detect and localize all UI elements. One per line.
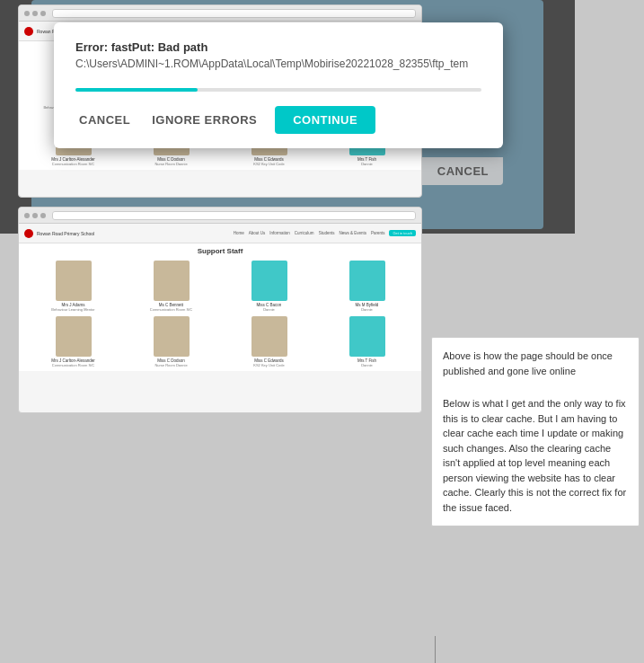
staff-card-b3: Miss C Bacon Dannie xyxy=(222,261,316,312)
nav-b-home: Home xyxy=(234,231,244,235)
staff-grid-row2-bottom: Mrs J Carlton-Alexander Communication Ro… xyxy=(22,316,418,367)
nav-b-info: Information xyxy=(269,231,290,235)
support-staff-title-bottom: Support Staff xyxy=(22,247,418,255)
staff-photo-b6 xyxy=(154,316,190,357)
staff-role-b3: Dannie xyxy=(263,307,275,312)
nav-b-students: Students xyxy=(319,231,335,235)
staff-role-b7: KS2 Key Unit Code xyxy=(253,363,284,367)
staff-role-6: Nurse Room Dannie xyxy=(154,162,187,166)
site-nav-bottom: Home About Us Information Curriculum Stu… xyxy=(234,230,416,236)
staff-role-7: KS2 Key Unit Code xyxy=(253,162,284,166)
progress-fill xyxy=(75,88,198,92)
bottom-cancel-button[interactable]: CANCEL xyxy=(437,164,489,178)
nav-b-curriculum: Curriculum xyxy=(295,231,314,235)
staff-photo-b1 xyxy=(56,261,92,301)
browser-dot-1 xyxy=(24,11,30,16)
description-panel: Above is how the page should be once pub… xyxy=(431,337,640,526)
description-divider xyxy=(443,378,628,396)
site-logo-text-bottom: Rowan Road Primary School xyxy=(37,231,94,236)
browser-toolbar-bottom xyxy=(19,208,421,224)
staff-photo-b8 xyxy=(349,316,385,357)
browser-dot-b3 xyxy=(40,213,46,218)
nav-b-parents: Parents xyxy=(371,231,385,235)
staff-role-5: Communication Room S/C xyxy=(52,162,94,166)
nav-b-cta: Get in touch xyxy=(389,230,416,236)
staff-photo-b5 xyxy=(56,316,92,357)
staff-card-b8: Mrs T Fish Dannie xyxy=(320,316,414,367)
browser-dot-3 xyxy=(40,11,46,16)
staff-role-b6: Nurse Room Dannie xyxy=(154,363,187,367)
browser-screenshot-bottom: Rowan Road Primary School Home About Us … xyxy=(18,207,422,413)
browser-content-bottom: Support Staff Mrs J Adams Behaviour Lear… xyxy=(19,243,421,371)
staff-role-b1: Behaviour Learning Mentor xyxy=(51,307,94,312)
staff-photo-b4 xyxy=(349,261,385,301)
description-paragraph2: Below is what I get and the only way to … xyxy=(443,396,628,515)
dialog-error-title: Error: fastPut: Bad path xyxy=(75,40,481,54)
ignore-errors-button[interactable]: IGNORE ERRORS xyxy=(148,108,260,132)
staff-photo-b7 xyxy=(251,316,287,357)
description-paragraph1: Above is how the page should be once pub… xyxy=(443,349,628,378)
staff-role-b4: Dannie xyxy=(361,307,373,312)
staff-role-8: Dannie xyxy=(361,162,373,166)
browser-url-bar-bottom xyxy=(52,211,416,220)
staff-role-b2: Communication Room S/C xyxy=(150,307,192,312)
error-dialog: Error: fastPut: Bad path C:\Users\ADMINI… xyxy=(54,22,503,148)
staff-card-b6: Miss C Dodson Nurse Room Dannie xyxy=(124,316,218,367)
staff-photo-b3 xyxy=(251,261,287,301)
browser-dot-2 xyxy=(32,11,38,16)
staff-card-b5: Mrs J Carlton-Alexander Communication Ro… xyxy=(26,316,120,367)
staff-card-b7: Miss C Edwards KS2 Key Unit Code xyxy=(222,316,316,367)
staff-role-b8: Dannie xyxy=(361,363,373,367)
browser-dot-b2 xyxy=(32,213,38,218)
site-header-bottom: Rowan Road Primary School Home About Us … xyxy=(19,224,421,243)
site-logo-bottom xyxy=(24,229,33,238)
staff-role-b5: Communication Room S/C xyxy=(52,363,94,367)
cancel-button[interactable]: CANCEL xyxy=(75,108,134,132)
site-logo-top xyxy=(24,27,33,36)
staff-card-b1: Mrs J Adams Behaviour Learning Mentor xyxy=(26,261,120,312)
nav-b-about: About Us xyxy=(249,231,266,235)
browser-toolbar-top xyxy=(19,5,421,22)
browser-url-bar-top xyxy=(52,9,416,18)
vertical-line xyxy=(435,636,436,663)
nav-b-news: News & Events xyxy=(339,231,366,235)
staff-card-b2: Ms C Bennett Communication Room S/C xyxy=(124,261,218,312)
browser-dot-b1 xyxy=(24,213,30,218)
staff-card-b4: Ms M Byfield Dannie xyxy=(320,261,414,312)
progress-bar xyxy=(75,88,481,92)
continue-button[interactable]: CONTINUE xyxy=(275,106,375,134)
dialog-error-path: C:\Users\ADMINI~1.ROM\AppData\Local\Temp… xyxy=(75,57,481,70)
dialog-buttons: CANCEL IGNORE ERRORS CONTINUE xyxy=(75,106,481,134)
staff-grid-row1-bottom: Mrs J Adams Behaviour Learning Mentor Ms… xyxy=(22,261,418,312)
staff-photo-b2 xyxy=(154,261,190,301)
